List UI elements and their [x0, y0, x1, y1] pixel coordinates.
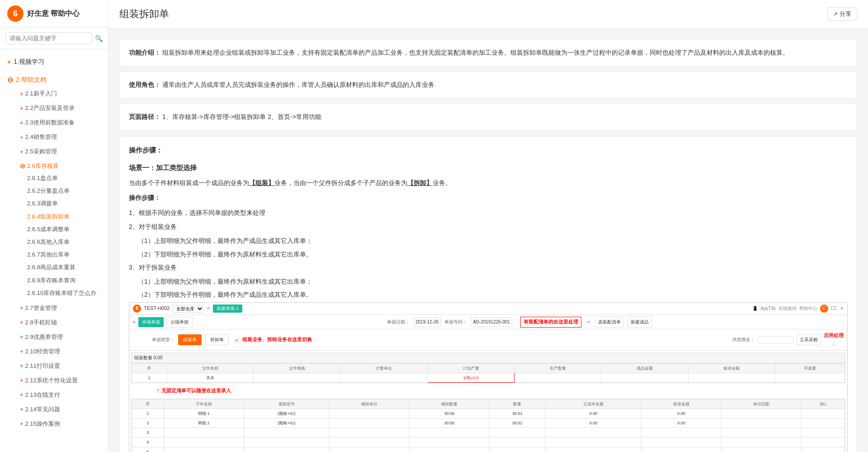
sidebar-item-2-10[interactable]: + 2.10经营管理 — [16, 346, 101, 357]
sidebar-item-2-15[interactable]: + 2.15操作案例 — [16, 418, 101, 430]
annotation-arrow-3: ↓ — [833, 340, 835, 348]
th-approve-amount: 核准金额 — [688, 364, 775, 373]
ss-top-bar: 6 TEST-H002 全部仓库 ⟳ 新建单据-1 📱 AppT助 在线接待 — [129, 303, 847, 315]
annotation-4-row: ↑ 无固定清单可以随便在这里录入 — [156, 385, 847, 396]
annotation-arrow-2-left: ↙ — [235, 336, 239, 344]
sidebar-item-2-6-6[interactable]: 2.6.6其他入库单 — [24, 236, 101, 248]
sidebar-item-2-6-10[interactable]: 2.6.10库存账本错了怎么办 — [24, 287, 101, 300]
td-prod-qty — [514, 373, 601, 383]
sidebar-item-2-6-3[interactable]: 2.6.3调拨单 — [24, 197, 101, 210]
ss-top-table: 序 父件名称 父件规格 计量单位 计划产量 生产数量 成品金额 核准金额 可选量 — [132, 363, 845, 383]
sidebar-item-2-6-8[interactable]: 2.6.8商品成本重算 — [24, 261, 101, 274]
bottom-table-row-1: 1 明细 1 (规格+41) 30:00 30.01 0.00 0.00 — [132, 409, 845, 418]
bottom-table-row-5: 5 — [132, 447, 845, 452]
nav-sub-section-2-14: + 2.14常见问题 — [16, 402, 101, 417]
func-intro-label: 功能介绍： — [129, 49, 160, 56]
td-parent-name: 关木 — [166, 373, 253, 383]
ss-help-label: 在线接待 — [778, 305, 797, 313]
ss-assembly-label: 组装数量 0.00 — [134, 354, 162, 362]
sidebar-item-video-label: 1.视频学习 — [14, 58, 44, 66]
ss-supplier-input[interactable] — [758, 337, 794, 343]
search-box[interactable]: 🔍 — [0, 28, 108, 49]
sidebar-item-2-6-9[interactable]: 2.6.9库存账本查询 — [24, 274, 101, 287]
nav-list: + 1.视频学习 ⊖ 2.帮助文档 + 2.1新手入门 — [0, 49, 108, 452]
sidebar-item-2-11[interactable]: + 2.11打印设置 — [16, 360, 101, 372]
ss-type-c-btn[interactable]: 拆卸单 — [205, 334, 229, 345]
bth-spec: 规格型号 — [244, 399, 330, 409]
ss-tab-cloud[interactable]: 云端单据 — [166, 317, 193, 328]
ss-bottom-table: 序 子件名称 规格型号 辅助单位 辅助数量 数量 主成本金额 核准金额 单位匹配 — [132, 399, 845, 452]
search-input[interactable] — [5, 32, 92, 44]
sidebar-item-2-12[interactable]: + 2.12系统个性化设置 — [16, 375, 101, 386]
ss-refresh-icon[interactable]: ⟳ — [207, 305, 210, 313]
sidebar-item-2-6-7[interactable]: 2.6.7其他出库单 — [24, 248, 101, 261]
nav-sub-section-2-1: + 2.1新手入门 — [16, 86, 101, 101]
expand-icon-docs: ⊖ — [7, 76, 13, 84]
bottom-table-row-4: 4 — [132, 438, 845, 447]
article-body: 功能介绍： 组装拆卸单用来处理企业组装或拆卸等加工业务，支持有固定装配清单的产品… — [108, 29, 868, 452]
ss-new-product-btn[interactable]: 新建成品 — [627, 317, 652, 328]
ss-top-table-header: 组装数量 0.00 — [132, 353, 845, 363]
plus-icon-2-13: + — [20, 391, 24, 398]
annotation-text-3: 启用处理 — [824, 331, 844, 340]
ss-confirm-btn[interactable]: 立采采购 — [797, 334, 821, 345]
ss-select[interactable]: 全部仓库 — [172, 305, 204, 313]
ss-date-row: 单据日期： 2019-12-26 单据号码： AD-20191226-001 有… — [195, 316, 844, 328]
bth-aux-unit: 辅助单位 — [330, 399, 410, 409]
nav-sub-section-2-6: ⊖ 2.6库存核算 2.6.1盘点单 2.6.2分量盘点单 2.6.3调拨单 2… — [16, 159, 101, 301]
nav-sub-section-2-7: + 2.7资金管理 — [16, 301, 101, 315]
ss-tab-local[interactable]: 本地单据 — [138, 317, 164, 327]
path-text: 1、库存核算->库存管理->组装拆卸单 2、首页->常用功能 — [162, 113, 321, 120]
sidebar-item-2-9[interactable]: + 2.9优惠券管理 — [16, 331, 101, 343]
td-plan-qty: 1/包=1.0 — [427, 373, 514, 383]
ss-logo: 6 — [133, 305, 141, 313]
annotation-arrow-1: → — [585, 316, 591, 328]
path-block: 页面路径： 1、库存核算->库存管理->组装拆卸单 2、首页->常用功能 — [119, 104, 857, 130]
td-prod-amount — [601, 373, 688, 383]
td-avail-qty — [775, 373, 845, 383]
sidebar-header: 6 好生意 帮助中心 — [0, 0, 108, 28]
sidebar-item-2-6-2[interactable]: 2.6.2分量盘点单 — [24, 185, 101, 197]
nav-sub-section-2-3: + 2.3使用前数据准备 — [16, 115, 101, 130]
step-3-sub1: （1）上部明细为父件明细，最终作为原材料生成其它出库单； — [138, 276, 848, 287]
ss-new-btn[interactable]: 新建单据-1 — [213, 305, 242, 313]
ss-window-title: TEST-H002 — [144, 304, 170, 313]
sidebar: 6 好生意 帮助中心 🔍 + 1.视频学习 ⊖ 2.帮助文档 + — [0, 0, 108, 452]
sidebar-item-2-3[interactable]: + 2.3使用前数据准备 — [16, 117, 101, 128]
sidebar-item-2-6-1[interactable]: 2.6.1盘点单 — [24, 172, 101, 185]
ss-order-value: AD-20191226-001 — [471, 317, 512, 327]
bottom-table-row-3: 3 — [132, 428, 845, 438]
bth-qty: 数量 — [489, 399, 545, 409]
th-avail-qty: 可选量 — [775, 364, 845, 373]
nav-sub-section-2-5: + 2.5采购管理 — [16, 144, 101, 159]
role-label: 使用角色： — [129, 81, 160, 88]
sidebar-item-2-14[interactable]: + 2.14常见问题 — [16, 404, 101, 415]
sidebar-item-docs-label: 2.帮助文档 — [16, 76, 47, 84]
bth-aux-qty: 辅助数量 — [410, 399, 490, 409]
sidebar-item-2-10-label: 2.10经营管理 — [25, 347, 60, 356]
sidebar-item-2-2[interactable]: + 2.2产品安装及登录 — [16, 102, 101, 114]
sidebar-item-2-15-label: 2.15操作案例 — [25, 420, 60, 428]
sidebar-item-docs[interactable]: ⊖ 2.帮助文档 — [7, 74, 101, 86]
sidebar-item-2-4-label: 2.4销售管理 — [25, 133, 57, 141]
ss-close-icon[interactable]: ✕ — [840, 305, 844, 313]
ss-select-assembly-btn[interactable]: 选装配清单 — [595, 317, 624, 328]
sidebar-item-2-6-5[interactable]: 2.6.5成本调整单 — [24, 223, 101, 236]
sidebar-item-2-1[interactable]: + 2.1新手入门 — [16, 88, 101, 100]
share-button[interactable]: ↗ 分享 — [827, 7, 857, 21]
sidebar-item-2-4[interactable]: + 2.4销售管理 — [16, 131, 101, 143]
sidebar-item-2-13[interactable]: + 2.13在线支付 — [16, 389, 101, 401]
search-icon[interactable]: 🔍 — [95, 35, 103, 42]
sidebar-item-2-14-label: 2.14常见问题 — [25, 405, 60, 414]
sidebar-item-2-6[interactable]: ⊖ 2.6库存核算 — [16, 160, 101, 172]
ss-type-z-btn[interactable]: 组装单 — [178, 334, 202, 345]
sidebar-item-2-7[interactable]: + 2.7资金管理 — [16, 302, 101, 314]
sidebar-item-2-13-label: 2.13在线支付 — [25, 391, 60, 399]
sidebar-item-video[interactable]: + 1.视频学习 — [7, 56, 101, 68]
plus-icon-2-8: + — [20, 319, 24, 326]
sidebar-item-2-8[interactable]: + 2.8手机旺铺 — [16, 317, 101, 328]
sidebar-item-2-1-label: 2.1新手入门 — [25, 90, 57, 98]
sidebar-item-2-5[interactable]: + 2.5采购管理 — [16, 146, 101, 157]
th-prod-qty: 生产数量 — [514, 364, 601, 373]
sidebar-item-2-6-4[interactable]: 2.6.4组装拆卸单 — [24, 210, 101, 223]
